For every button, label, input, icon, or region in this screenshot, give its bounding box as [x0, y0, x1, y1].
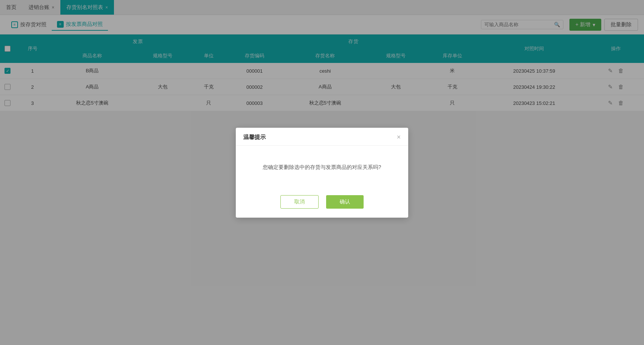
modal-title: 温馨提示 — [243, 134, 266, 141]
confirm-modal: 温馨提示 × 您确定要删除选中的存货与发票商品的对应关系吗? 取消 确认 — [236, 128, 408, 218]
confirm-button[interactable]: 确认 — [326, 195, 364, 209]
modal-overlay: 温馨提示 × 您确定要删除选中的存货与发票商品的对应关系吗? 取消 确认 — [0, 0, 644, 345]
cancel-button[interactable]: 取消 — [280, 195, 319, 209]
modal-message: 您确定要删除选中的存货与发票商品的对应关系吗? — [263, 164, 381, 171]
modal-close-icon[interactable]: × — [397, 134, 401, 140]
modal-footer: 取消 确认 — [236, 189, 408, 218]
modal-header: 温馨提示 × — [236, 128, 408, 146]
modal-body: 您确定要删除选中的存货与发票商品的对应关系吗? — [236, 146, 408, 189]
